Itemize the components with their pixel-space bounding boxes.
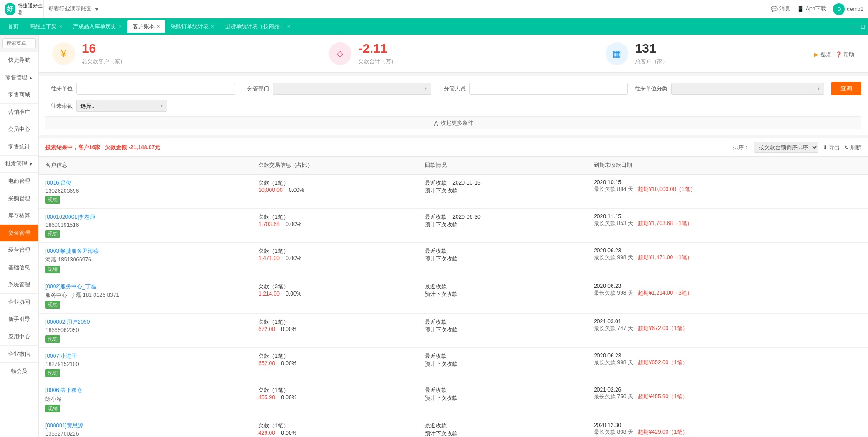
last-payment-label: 最近收款 <box>425 283 447 290</box>
overdue-amount-link[interactable]: 超期¥672.00（1笔） <box>638 325 688 332</box>
customer-name-link[interactable]: [0007]小进干 <box>45 352 245 360</box>
header-right: 💬 消息 📱 App下载 D demo2 <box>771 3 863 15</box>
debt-amount-row: 652.00 0.00% <box>258 360 411 367</box>
table-row: [0016]吕俊 13026203696 现销 欠款（1笔） 10,000.00… <box>39 174 868 209</box>
sidebar-item-basic-info[interactable]: 基础信息 <box>0 259 38 276</box>
video-btn[interactable]: ▶ 视频 <box>814 51 831 59</box>
balance-select[interactable]: 选择... <box>76 100 167 112</box>
tab-products-history[interactable]: 产成品入库单历史 × <box>67 20 127 33</box>
sidebar-item-quick-nav[interactable]: 快捷导航 <box>0 52 38 69</box>
minimize-icon[interactable]: — <box>850 23 857 30</box>
sidebar-item-retail-stats[interactable]: 零售统计 <box>0 138 38 156</box>
filter-from-unit: 往来单位 ... <box>45 83 235 95</box>
col-due-date: 到期未收款日期 <box>587 157 868 174</box>
overdue-amount-link[interactable]: 超期¥10,000.00（1笔） <box>638 186 696 192</box>
tab-purchase-stat-close[interactable]: × <box>287 24 290 29</box>
unit-type-label: 往来单位分类 <box>635 85 667 93</box>
last-payment-row: 最近收款 <box>425 387 580 394</box>
export-btn[interactable]: ⬇ 导出 <box>823 144 840 151</box>
sidebar-item-batch-mgmt[interactable]: 批发管理 ▼ <box>0 156 38 173</box>
customer-name-link[interactable]: [0006]去下粮仓 <box>45 387 245 394</box>
sidebar-item-enterprise[interactable]: 企业协同 <box>0 294 38 311</box>
sidebar-item-purchase-mgmt[interactable]: 采购管理 <box>0 190 38 207</box>
sidebar-item-operations-label: 经营管理 <box>8 247 30 253</box>
debt-percent: 0.00% <box>281 360 296 367</box>
tab-purchase-order-close[interactable]: × <box>211 24 214 29</box>
stat-icon-yuan: ¥ <box>52 42 75 65</box>
customer-name-link[interactable]: [0001020001]李老师 <box>45 213 245 221</box>
overdue-amount-link[interactable]: 超期¥1,703.68（1笔） <box>638 220 692 226</box>
message-btn[interactable]: 💬 消息 <box>771 5 790 13</box>
cell-due-date: 2020.06.23 最长欠款 998 天 超期¥652.00（1笔） <box>587 348 868 382</box>
debt-percent: 0.00% <box>281 326 296 332</box>
stat-overdue-customers: ¥ 16 总欠款客户（家） <box>39 35 315 72</box>
overdue-amount-link[interactable]: 超期¥429.00（1笔） <box>638 429 688 435</box>
search-input[interactable] <box>2 38 36 48</box>
customer-name-link[interactable]: [000002]用户2050 <box>45 318 245 326</box>
result-prefix: 搜索结果中，客户16家 <box>45 144 100 151</box>
cell-debt-info: 欠款（1笔） 455.90 0.00% <box>251 382 418 417</box>
last-payment-row: 最近收款 2020-10-15 <box>425 179 580 187</box>
tab-customer-account-close[interactable]: × <box>157 24 160 29</box>
balance-label: 往来余额 <box>45 102 73 110</box>
cell-customer-info: [0002]服务中心_丁磊 服务中心_丁磊 181 0125 8371 现销 <box>39 278 251 314</box>
sidebar-item-app-center[interactable]: 应用中心 <box>0 328 38 346</box>
due-date: 2021.02.26 <box>594 387 861 393</box>
sidebar-item-system[interactable]: 系统管理 <box>0 276 38 294</box>
refresh-btn[interactable]: ↻ 刷新 <box>844 144 861 151</box>
overdue-amount-link[interactable]: 超期¥455.90（1笔） <box>638 393 688 400</box>
user-avatar-btn[interactable]: D demo2 <box>833 3 863 15</box>
tab-products-history-label: 产成品入库单历史 <box>73 23 116 30</box>
app-download-btn[interactable]: 📱 App下载 <box>797 5 826 13</box>
sidebar-item-enterprise-wx[interactable]: 企业微信 <box>0 346 38 363</box>
last-payment-date: 2020-10-15 <box>452 180 480 186</box>
overdue-amount-link[interactable]: 超期¥652.00（1笔） <box>638 359 688 366</box>
tab-home[interactable]: 首页 <box>2 20 24 33</box>
tab-customer-account[interactable]: 客户账本 × <box>127 20 165 33</box>
due-date: 2020.06.23 <box>594 283 861 289</box>
store-selector[interactable]: 母婴行业演示账套 ▼ <box>43 0 104 18</box>
sidebar-item-finance[interactable]: 资金管理 <box>0 225 38 242</box>
customer-name-link[interactable]: [0016]吕俊 <box>45 179 245 187</box>
sidebar-item-member-plus[interactable]: 畅会员 <box>0 363 38 380</box>
help-btn[interactable]: ❓ 帮助 <box>835 51 854 59</box>
tab-purchase-stat[interactable]: 进货单统计表（按商品） × <box>220 20 296 33</box>
unit-type-select[interactable] <box>671 83 824 95</box>
search-button[interactable]: 查询 <box>831 82 861 95</box>
customer-name-link[interactable]: [000001]黄思源 <box>45 422 245 430</box>
filter-row-2: 往来余额 选择... ▼ <box>45 100 861 112</box>
debt-desc: 欠款（1笔） <box>258 387 411 394</box>
overdue-amount-link[interactable]: 超期¥1,471.00（1笔） <box>638 254 692 261</box>
debt-desc: 欠款（1笔） <box>258 213 411 221</box>
dept-select[interactable] <box>273 83 431 95</box>
sidebar-item-new-guide[interactable]: 新手引导 <box>0 311 38 328</box>
sidebar-item-ecommerce[interactable]: 电商管理 <box>0 173 38 190</box>
sidebar-item-members[interactable]: 会员中心 <box>0 121 38 138</box>
tab-purchase-order-label: 采购订单统计表 <box>171 23 209 30</box>
table-row: [0001020001]李老师 18600391516 现销 欠款（1笔） 1,… <box>39 209 868 243</box>
customer-phone: 海燕 18513066976 <box>45 256 245 264</box>
last-payment-row: 最近收款 <box>425 283 580 291</box>
tab-products-off-close[interactable]: × <box>59 24 62 29</box>
tab-home-label: 首页 <box>8 23 19 30</box>
from-unit-input[interactable]: ... <box>76 83 235 95</box>
sidebar-item-retail-store[interactable]: 零售商城 <box>0 86 38 104</box>
collapse-button[interactable]: ⋀ 收起更多条件 <box>45 116 861 129</box>
next-payment-row: 预计下次收款 <box>425 221 580 229</box>
sidebar-item-operations[interactable]: 经营管理 <box>0 242 38 259</box>
sidebar-item-retail-mgmt[interactable]: 零售管理 ▲ <box>0 69 38 86</box>
tab-purchase-order[interactable]: 采购订单统计表 × <box>165 20 219 33</box>
maximize-icon[interactable]: ⊡ <box>860 23 866 30</box>
debt-desc: 欠款（1笔） <box>258 352 411 360</box>
last-payment-date: 2020-06-30 <box>452 214 480 220</box>
customer-name-link[interactable]: [0003]畅捷服务尹海燕 <box>45 247 245 255</box>
customer-name-link[interactable]: [0002]服务中心_丁磊 <box>45 283 245 291</box>
tab-products-history-close[interactable]: × <box>119 24 121 29</box>
person-input[interactable]: ... <box>469 83 628 95</box>
tab-products-off[interactable]: 商品上下架 × <box>24 20 67 33</box>
sidebar-item-member-plus-label: 畅会员 <box>11 368 27 374</box>
sidebar-item-inventory[interactable]: 库存核算 <box>0 207 38 225</box>
overdue-amount-link[interactable]: 超期¥1,214.00（3笔） <box>638 290 692 296</box>
sidebar-item-marketing[interactable]: 营销推广 <box>0 104 38 121</box>
sort-select[interactable]: 按欠款金额倒序排序 <box>754 142 818 153</box>
